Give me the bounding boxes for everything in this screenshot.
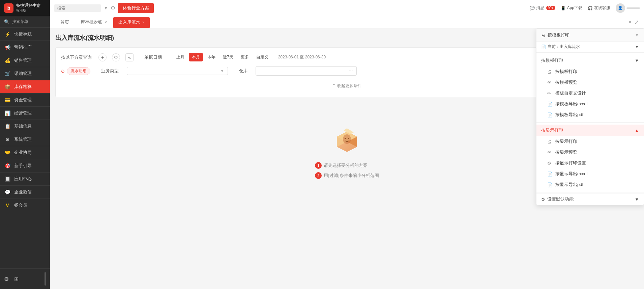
template-section-chevron: ▼ xyxy=(635,58,639,63)
dropdown-header-chevron[interactable]: ▼ xyxy=(635,33,639,37)
sidebar-scrollbar[interactable] xyxy=(45,272,46,286)
dropdown-item-template-design[interactable]: ✏ 模板自定义设计 xyxy=(536,88,644,99)
sidebar-item-vip[interactable]: V 畅会员 xyxy=(0,199,50,212)
tab-inventory-batch[interactable]: 库存批次账 × xyxy=(76,17,112,28)
topbar-gear-icon[interactable]: ⚙ xyxy=(111,5,115,11)
dropdown-item-template-preview[interactable]: 👁 按模板预览 xyxy=(536,77,644,88)
dropdown-item-display-settings[interactable]: ⚙ 按显示打印设置 xyxy=(536,158,644,168)
set-default-label: 设置默认功能 xyxy=(547,196,574,202)
svg-point-7 xyxy=(348,138,349,139)
sidebar-item-wechat[interactable]: 💬 企业微信 xyxy=(0,186,50,199)
dropdown-title: 🖨 按模板打印 xyxy=(541,32,569,38)
date-range-display: 2023-06-01 至 2023-06-30 xyxy=(278,54,326,60)
business-type-select[interactable]: ▼ xyxy=(127,67,228,75)
sidebar-item-appstore[interactable]: 🔲 应用中心 xyxy=(0,173,50,186)
tab-stock-flow[interactable]: 出入库流水 × xyxy=(113,17,150,28)
item-display-excel-icon: 📄 xyxy=(547,172,553,177)
phone-icon: 📱 xyxy=(561,6,566,10)
tip-num-2: 2 xyxy=(315,172,322,179)
sidebar-item-marketing[interactable]: 📢 营销推广 xyxy=(0,41,50,54)
filter-add-button[interactable]: + xyxy=(98,53,107,61)
sidebar-logo: b 畅捷通好生意 标准版 xyxy=(0,0,50,16)
avatar: 👤 xyxy=(616,3,625,13)
date-option-7days[interactable]: 近7天 xyxy=(220,53,236,61)
tab-stock-flow-close[interactable]: × xyxy=(142,20,145,25)
empty-illustration xyxy=(330,122,364,155)
date-option-last-month[interactable]: 上月 xyxy=(173,53,187,61)
empty-tips: 1 请先选择要分析的方案 2 用[过滤]条件来缩小分析范围 xyxy=(315,162,379,179)
sidebar-item-label: 采购管理 xyxy=(14,71,32,77)
date-option-custom[interactable]: 自定义 xyxy=(253,53,271,61)
dropdown-item-display-preview[interactable]: 👁 按显示预览 xyxy=(536,147,644,158)
sidebar-item-basics[interactable]: 📋 基础信息 xyxy=(0,120,50,133)
dropdown-item-display-print[interactable]: 🖨 按显示打印 xyxy=(536,136,644,147)
date-option-this-month[interactable]: 本月 xyxy=(189,53,203,61)
tab-maximize-button[interactable]: ⤢ xyxy=(634,19,639,25)
divider-1 xyxy=(536,52,644,53)
message-label: 消息 xyxy=(536,5,544,11)
warehouse-more-icon[interactable]: ··· xyxy=(349,68,353,74)
item-design-icon: ✏ xyxy=(547,91,553,96)
filter-tag-liushui[interactable]: 流水明细 xyxy=(67,67,90,75)
sidebar-item-system[interactable]: ⚙ 系统管理 xyxy=(0,133,50,146)
warehouse-select[interactable]: ··· xyxy=(256,66,357,76)
message-badge: 99+ xyxy=(546,6,555,10)
search-icon: 🔍 xyxy=(4,19,9,24)
tab-close-all-button[interactable]: × xyxy=(628,19,632,25)
quick-nav-icon: ⚡ xyxy=(4,31,11,37)
collapse-up-icon: ⌃ xyxy=(332,83,336,89)
warehouse-label: 仓库 xyxy=(239,68,247,74)
message-item[interactable]: 💬 消息 99+ xyxy=(530,5,555,11)
sidebar-item-cooperation[interactable]: 🤝 企业协同 xyxy=(0,146,50,159)
dropdown-item-display-excel[interactable]: 📄 按显示导出excel xyxy=(536,168,644,179)
dropdown-header: 🖨 按模板打印 ▼ xyxy=(536,29,644,42)
sidebar-item-quick-nav[interactable]: ⚡ 快捷导航 xyxy=(0,28,50,41)
display-section-chevron: ▲ xyxy=(635,128,639,133)
divider-3 xyxy=(536,192,644,192)
template-print-section: 按模板打印 ▼ 🖨 按模板打印 👁 按模板预览 ✏ 模板自定义设计 📄 xyxy=(536,53,644,122)
current-chevron: ▼ xyxy=(635,45,639,49)
tabs-right: × ⤢ xyxy=(628,19,639,25)
item-label: 按显示预览 xyxy=(555,149,577,155)
dropdown-item-template-print[interactable]: 🖨 按模板打印 xyxy=(536,66,644,77)
service-icon: 🎧 xyxy=(588,6,593,10)
tab-home-label: 首页 xyxy=(60,19,69,25)
svg-point-5 xyxy=(343,134,351,144)
sidebar-item-label: 经营管理 xyxy=(14,110,32,116)
user-profile[interactable]: 👤 xyxy=(616,3,640,13)
sidebar-item-label: 新手引导 xyxy=(14,163,32,169)
topbar-search-input[interactable] xyxy=(54,4,101,12)
username-label xyxy=(626,7,640,9)
topbar-search-chevron[interactable]: ▼ xyxy=(104,6,108,10)
sidebar-search[interactable]: 🔍 搜索菜单 xyxy=(0,16,50,28)
display-print-header[interactable]: 按显示打印 ▲ xyxy=(536,125,644,136)
sidebar-item-operation[interactable]: 📊 经营管理 xyxy=(0,107,50,120)
collapse-icon[interactable]: ⊞ xyxy=(14,276,19,282)
sidebar-item-purchase[interactable]: 🛒 采购管理 xyxy=(0,67,50,80)
dropdown-footer[interactable]: ⚙ 设置默认功能 ▼ xyxy=(536,193,644,205)
sidebar-item-guide[interactable]: 🎯 新手引导 xyxy=(0,159,50,173)
dropdown-item-template-excel[interactable]: 📄 按模板导出excel xyxy=(536,99,644,109)
template-print-header[interactable]: 按模板打印 ▼ xyxy=(536,55,644,66)
date-option-this-year[interactable]: 本年 xyxy=(204,53,218,61)
tab-inventory-batch-close[interactable]: × xyxy=(105,20,107,25)
item-display-settings-icon: ⚙ xyxy=(547,161,553,166)
dropdown-item-template-pdf[interactable]: 📄 按模板导出pdf xyxy=(536,109,644,120)
sidebar-item-sales[interactable]: 💰 销售管理 xyxy=(0,54,50,67)
app-download-item[interactable]: 📱 App下载 xyxy=(561,5,582,11)
purchase-icon: 🛒 xyxy=(4,71,11,76)
sidebar-item-inventory[interactable]: 📦 库存核算 xyxy=(0,80,50,94)
filter-gear-button[interactable]: ⚙ xyxy=(112,53,120,61)
empty-tip-2: 2 用[过滤]条件来缩小分析范围 xyxy=(315,172,379,179)
sidebar-item-finance[interactable]: 💳 资金管理 xyxy=(0,94,50,107)
settings-icon[interactable]: ⚙ xyxy=(4,276,9,282)
tip-text-1: 请先选择要分析的方案 xyxy=(324,162,368,168)
set-default-item[interactable]: ⚙ 设置默认功能 xyxy=(541,196,574,202)
dropdown-item-display-pdf[interactable]: 📄 按显示导出pdf xyxy=(536,179,644,190)
online-service-item[interactable]: 🎧 在线客服 xyxy=(588,5,610,11)
tab-home[interactable]: 首页 xyxy=(55,17,74,28)
solution-button[interactable]: 体验行业方案 xyxy=(118,3,154,13)
guide-icon: 🎯 xyxy=(4,163,11,168)
date-option-more[interactable]: 更多 xyxy=(238,53,252,61)
filter-collapse-button[interactable]: « xyxy=(125,53,134,61)
